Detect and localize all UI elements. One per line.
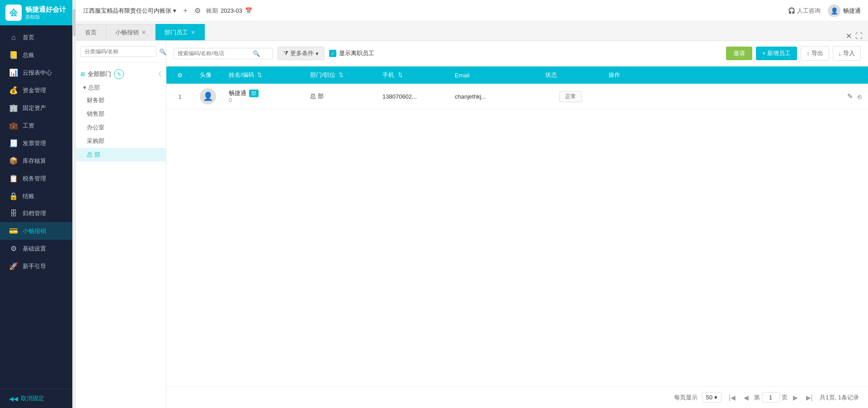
unpin-label: 取消固定 [21,394,44,403]
topbar-right: 🎧 人工咨询 👤 畅捷通 [788,5,861,17]
dept-collapse-icon[interactable]: 《 [156,70,161,78]
filter-arrow-icon: ▾ [316,50,319,57]
show-resigned-checkbox: ✓ [329,50,336,57]
expand-tab-icon[interactable]: ⛶ [855,32,863,40]
guide-icon: 🚀 [9,262,18,270]
cell-dept: 总 部 [304,84,376,109]
th-email: Email [448,66,539,84]
user-menu[interactable]: 👤 畅捷通 [828,5,861,17]
cell-email: chanjethkj... [448,84,539,109]
calendar-icon[interactable]: 📅 [245,7,252,14]
dept-edit-button[interactable]: ✎ [114,69,124,79]
sidebar-item-assets[interactable]: 🏢 固定资产 [0,99,72,117]
th-dept[interactable]: 部门/职位 ⇅ [304,66,376,84]
support-button[interactable]: 🎧 人工咨询 [788,7,821,15]
sidebar-item-tax[interactable]: 📋 税务管理 [0,170,72,187]
dept-item-sales[interactable]: 销售部 [76,107,166,121]
dept-search-input[interactable] [80,46,156,57]
tabs-right-actions: ✕ ⛶ [840,32,868,40]
sidebar-close-label: 结账 [23,192,34,200]
sidebar: 会 畅捷通好会计 旗舰版 ⌂ 首页 📒 总账 📊 云报表中心 💰 资金管理 🏢 … [0,0,72,408]
edit-icon[interactable]: ✎ [847,92,853,100]
dept-item-finance[interactable]: 财务部 [76,94,166,107]
sidebar-item-archive[interactable]: 🗄 归档管理 [0,205,72,222]
dept-item-purchase[interactable]: 采购部 [76,134,166,148]
dept-all-header[interactable]: ⊞ 全部部门 ✎ 《 [76,66,166,82]
sidebar-item-ledger[interactable]: 📒 总账 [0,46,72,64]
sidebar-item-expense[interactable]: 💳 小畅报销 [0,222,72,240]
sidebar-scrollbar[interactable] [72,0,76,408]
page-input[interactable] [762,392,780,403]
tab-expense[interactable]: 小畅报销 ✕ [106,24,156,40]
import-button[interactable]: ↓ 导入 [833,46,861,61]
action-icons: ✎ ⎋ [609,92,862,100]
employee-table: ⚙ 头像 姓名/编码 ⇅ 部门/职位 ⇅ 手机 ⇅ Email 状态 操作 1 [166,66,868,386]
page-suffix: 页 [782,394,788,402]
tab-employees-close-icon[interactable]: ✕ [191,29,195,36]
funds-icon: 💰 [9,86,18,95]
dept-search-icon[interactable]: 🔍 [159,48,166,55]
sidebar-payroll-label: 工资 [23,122,34,130]
page-last-button[interactable]: ▶| [803,393,816,402]
settings-icon: ⚙ [9,244,18,253]
dept-root-label[interactable]: ▾ 总部 [76,82,166,94]
sidebar-item-home[interactable]: ⌂ 首页 [0,29,72,46]
expense-icon: 💳 [9,227,18,235]
search-input[interactable] [178,50,250,57]
per-page-select[interactable]: 50 ▾ [702,392,722,403]
per-page-value: 50 [706,394,712,401]
tab-expense-close-icon[interactable]: ✕ [142,29,146,36]
sidebar-item-payroll[interactable]: 💼 工资 [0,117,72,134]
search-icon[interactable]: 🔍 [253,50,260,57]
app-logo: 会 畅捷通好会计 旗舰版 [0,0,72,25]
dept-root-name: 总部 [88,84,100,91]
settings-gear-icon[interactable]: ⚙ [194,6,201,15]
unpin-button[interactable]: ◀◀ 取消固定 [0,389,72,408]
cell-phone: 138070602... [376,84,448,109]
dept-all-label: 全部部门 [88,70,111,78]
export-icon: ↑ [807,50,810,57]
dept-panel: 🔍 ⊞ 全部部门 ✎ 《 ▾ 总部 财务部 销售部 办公室 采购部 总 部 [76,41,166,408]
table-row: 1 👤 畅捷通 部 0 总 部 138070602... chanjethkj.… [166,84,868,109]
sidebar-item-settings[interactable]: ⚙ 基础设置 [0,240,72,257]
status-badge: 正常 [559,91,582,102]
inventory-icon: 📦 [9,157,18,165]
th-phone[interactable]: 手机 ⇅ [376,66,448,84]
company-selector[interactable]: 江西服宝精品有限责任公司内账张 ▾ [83,7,176,15]
close-tab-icon[interactable]: ✕ [846,32,852,40]
sidebar-item-reports[interactable]: 📊 云报表中心 [0,64,72,81]
sidebar-funds-label: 资金管理 [23,86,46,95]
sidebar-item-guide[interactable]: 🚀 新手引导 [0,257,72,275]
export-button[interactable]: ↑ 导出 [801,46,829,61]
reports-icon: 📊 [9,68,18,77]
per-page-label: 每页显示 [674,394,698,402]
dept-badge: 部 [249,90,259,97]
sidebar-item-inventory[interactable]: 📦 库存核算 [0,152,72,170]
logout-icon[interactable]: ⎋ [858,93,862,100]
sidebar-tax-label: 税务管理 [23,175,46,183]
page-prev-button[interactable]: ◀ [741,393,751,402]
sidebar-item-invoice[interactable]: 🧾 发票管理 [0,134,72,152]
app-name: 畅捷通好会计 [25,5,66,14]
dept-item-office[interactable]: 办公室 [76,121,166,134]
page-next-button[interactable]: ▶ [790,393,801,402]
sidebar-item-close[interactable]: 🔒 结账 [0,187,72,205]
th-name[interactable]: 姓名/编码 ⇅ [222,66,304,84]
filter-button[interactable]: ⧩ 更多条件 ▾ [278,47,325,60]
show-resigned-toggle[interactable]: ✓ 显示离职员工 [329,49,374,57]
invite-button[interactable]: 邀请 [726,47,752,60]
support-label: 人工咨询 [797,7,821,15]
toolbar-right: 邀请 + 新增员工 ↑ 导出 ↓ 导入 [726,46,861,61]
add-company-button[interactable]: ＋ [182,6,189,15]
cell-num: 1 [166,84,193,109]
username: 畅捷通 [843,7,861,15]
th-settings[interactable]: ⚙ [166,66,193,84]
sidebar-expense-label: 小畅报销 [23,227,46,235]
add-employee-button[interactable]: + 新增员工 [756,47,797,60]
sidebar-item-funds[interactable]: 💰 资金管理 [0,81,72,99]
grid-icon: ⊞ [80,71,85,77]
tab-home[interactable]: 首页 [76,24,106,40]
page-first-button[interactable]: |◀ [726,393,738,402]
tab-employees[interactable]: 部门员工 ✕ [156,24,205,40]
dept-item-hq[interactable]: 总 部 [76,148,166,161]
